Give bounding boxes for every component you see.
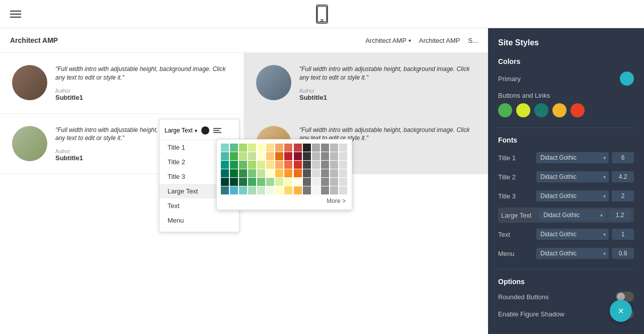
color-swatch[interactable] (284, 152, 292, 160)
color-swatch[interactable] (294, 178, 302, 186)
font-size-input-5[interactable] (612, 248, 634, 259)
font-select-3[interactable]: Didact Gothic (539, 210, 600, 221)
color-swatch[interactable] (266, 169, 274, 177)
toolbar-item-menu[interactable]: Menu (159, 213, 239, 228)
color-swatch[interactable] (257, 178, 265, 186)
nav-link-2[interactable]: Architect AMP (419, 37, 460, 44)
primary-color-dot[interactable] (620, 72, 634, 86)
color-swatch[interactable] (221, 144, 229, 152)
toolbar-style-select[interactable]: Large Text (165, 127, 197, 134)
color-swatch[interactable] (294, 161, 302, 169)
color-swatch[interactable] (239, 186, 247, 194)
color-swatch[interactable] (266, 144, 274, 152)
color-swatch[interactable] (284, 161, 292, 169)
color-swatch[interactable] (312, 169, 320, 177)
color-swatch[interactable] (303, 178, 311, 186)
color-swatch[interactable] (248, 144, 256, 152)
color-swatch[interactable] (284, 144, 292, 152)
color-swatch[interactable] (230, 186, 238, 194)
color-swatch[interactable] (284, 178, 292, 186)
color-swatch[interactable] (303, 186, 311, 194)
color-swatch-gray3[interactable] (339, 144, 347, 152)
color-swatch[interactable] (221, 169, 229, 177)
color-swatch[interactable] (248, 186, 256, 194)
color-swatch[interactable] (275, 161, 283, 169)
color-swatch-gray2[interactable] (330, 178, 338, 186)
color-swatch[interactable] (294, 144, 302, 152)
color-swatch[interactable] (239, 152, 247, 160)
font-size-input-1[interactable] (612, 171, 634, 182)
color-swatch[interactable] (248, 169, 256, 177)
nav-link-1[interactable]: Architect AMP (365, 37, 411, 44)
font-size-input-0[interactable] (612, 152, 634, 163)
color-swatch[interactable] (275, 152, 283, 160)
color-swatch-gray2[interactable] (330, 152, 338, 160)
color-swatch[interactable] (266, 152, 274, 160)
hamburger-menu[interactable] (10, 11, 21, 18)
color-swatch[interactable] (239, 169, 247, 177)
btn-color-amber[interactable] (552, 103, 567, 117)
color-swatch[interactable] (248, 152, 256, 160)
color-swatch[interactable] (303, 144, 311, 152)
color-swatch-gray2[interactable] (330, 186, 338, 194)
font-size-input-3[interactable] (609, 210, 631, 221)
color-swatch[interactable] (257, 152, 265, 160)
color-swatch[interactable] (257, 144, 265, 152)
font-select-5[interactable]: Didact Gothic (536, 248, 603, 259)
color-swatch[interactable] (312, 144, 320, 152)
color-swatch-gray2[interactable] (330, 169, 338, 177)
color-swatch[interactable] (239, 161, 247, 169)
color-swatch-gray[interactable] (321, 144, 329, 152)
color-swatch[interactable] (284, 169, 292, 177)
color-swatch-gray2[interactable] (330, 144, 338, 152)
font-size-input-4[interactable] (612, 229, 634, 240)
color-swatch-gray[interactable] (321, 161, 329, 169)
color-swatch[interactable] (221, 178, 229, 186)
color-swatch[interactable] (303, 161, 311, 169)
color-swatch[interactable] (221, 152, 229, 160)
btn-color-yellow[interactable] (516, 103, 530, 117)
close-fab[interactable]: × (610, 300, 632, 322)
color-swatch[interactable] (275, 144, 283, 152)
color-more-button[interactable]: More > (221, 194, 348, 206)
color-swatch-gray3[interactable] (339, 186, 347, 194)
color-swatch[interactable] (294, 152, 302, 160)
color-swatch-gray2[interactable] (330, 161, 338, 169)
color-swatch[interactable] (312, 152, 320, 160)
color-swatch[interactable] (275, 169, 283, 177)
color-swatch[interactable] (303, 169, 311, 177)
color-swatch[interactable] (230, 144, 238, 152)
btn-color-teal[interactable] (534, 103, 548, 117)
color-swatch[interactable] (266, 186, 274, 194)
font-select-1[interactable]: Didact Gothic (536, 171, 603, 182)
color-swatch[interactable] (221, 161, 229, 169)
color-swatch[interactable] (312, 161, 320, 169)
btn-color-green[interactable] (498, 103, 512, 117)
toolbar-align-button[interactable] (213, 128, 221, 133)
toolbar-color-swatch[interactable] (201, 126, 209, 135)
color-swatch[interactable] (303, 152, 311, 160)
color-swatch[interactable] (230, 161, 238, 169)
mobile-preview-icon[interactable] (316, 5, 328, 24)
color-swatch[interactable] (275, 186, 283, 194)
color-swatch-gray[interactable] (321, 186, 329, 194)
color-swatch-gray[interactable] (321, 152, 329, 160)
color-swatch[interactable] (230, 152, 238, 160)
color-swatch[interactable] (230, 169, 238, 177)
btn-color-red[interactable] (571, 103, 585, 117)
color-swatch[interactable] (248, 161, 256, 169)
color-swatch-gray3[interactable] (339, 169, 347, 177)
color-swatch[interactable] (257, 161, 265, 169)
color-swatch[interactable] (230, 178, 238, 186)
color-swatch[interactable] (312, 178, 320, 186)
color-swatch[interactable] (239, 144, 247, 152)
color-swatch-gray[interactable] (321, 178, 329, 186)
color-swatch[interactable] (284, 186, 292, 194)
color-swatch-gray[interactable] (321, 169, 329, 177)
color-swatch[interactable] (312, 186, 320, 194)
color-swatch-gray3[interactable] (339, 161, 347, 169)
color-swatch[interactable] (266, 161, 274, 169)
color-swatch[interactable] (294, 169, 302, 177)
font-size-input-2[interactable] (612, 190, 634, 202)
color-swatch[interactable] (275, 178, 283, 186)
